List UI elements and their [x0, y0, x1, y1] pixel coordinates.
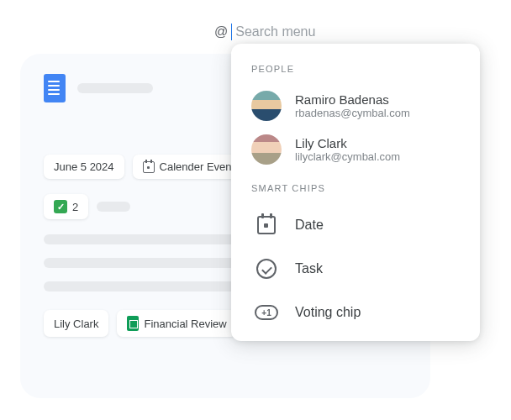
- date-icon: [251, 210, 282, 240]
- google-docs-icon: [44, 74, 66, 102]
- person-name: Ramiro Badenas: [295, 92, 410, 107]
- vote-chip[interactable]: ✓ 2: [44, 194, 88, 219]
- at-sign: @: [214, 24, 228, 39]
- people-item-ramiro[interactable]: Ramiro Badenas rbadenas@cymbal.com: [231, 84, 480, 128]
- people-item-lily[interactable]: Lily Clark lilyclark@cymbal.com: [231, 128, 480, 171]
- person-chip-label: Lily Clark: [54, 318, 98, 330]
- title-skeleton: [77, 83, 153, 93]
- person-chip[interactable]: Lily Clark: [44, 310, 108, 337]
- avatar: [251, 91, 282, 121]
- skeleton-line: [97, 202, 130, 212]
- people-section-label: PEOPLE: [231, 59, 480, 84]
- task-icon: [251, 254, 282, 284]
- person-text: Ramiro Badenas rbadenas@cymbal.com: [295, 92, 410, 119]
- person-email: lilyclark@cymbal.com: [295, 150, 400, 163]
- calendar-icon: [143, 161, 155, 173]
- person-text: Lily Clark lilyclark@cymbal.com: [295, 136, 400, 163]
- person-email: rbadenas@cymbal.com: [295, 107, 410, 119]
- voting-chip-icon: +1: [251, 297, 282, 328]
- smart-chip-date[interactable]: Date: [231, 203, 480, 247]
- chip-label: Date: [295, 218, 324, 233]
- calendar-event-chip[interactable]: Calender Event: [133, 155, 245, 179]
- text-cursor: [231, 24, 232, 40]
- google-sheets-icon: [127, 316, 139, 331]
- person-name: Lily Clark: [295, 136, 400, 150]
- at-mention-input[interactable]: @ Search menu: [214, 24, 315, 40]
- date-chip[interactable]: June 5 2024: [44, 155, 124, 179]
- avatar: [251, 134, 282, 165]
- vote-count: 2: [72, 201, 78, 213]
- date-chip-label: June 5 2024: [54, 160, 114, 173]
- calendar-chip-label: Calender Event: [160, 160, 235, 173]
- smart-chips-section-label: SMART CHIPS: [231, 171, 480, 203]
- checkmark-icon: ✓: [54, 200, 67, 213]
- chip-label: Voting chip: [295, 305, 361, 320]
- smart-chip-voting[interactable]: +1 Voting chip: [231, 291, 480, 334]
- file-chip-label: Financial Review: [144, 318, 226, 330]
- file-chip[interactable]: Financial Review: [117, 310, 236, 337]
- at-mention-menu: PEOPLE Ramiro Badenas rbadenas@cymbal.co…: [231, 44, 480, 341]
- chip-label: Task: [295, 261, 323, 276]
- search-placeholder: Search menu: [235, 24, 315, 39]
- smart-chip-task[interactable]: Task: [231, 247, 480, 291]
